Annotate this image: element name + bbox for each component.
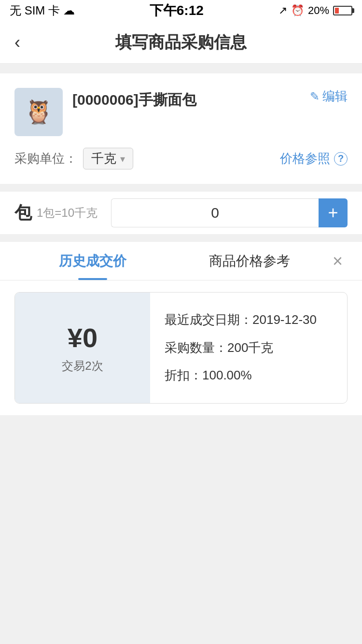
unit-value: 千克 [91,150,116,167]
status-bar: 无 SIM 卡 ☁ 下午6:12 ↗ ⏰ 20% [0,0,362,21]
quantity-unit-desc: 1包=10千克 [37,205,97,221]
recent-date-label: 最近成交日期： [165,312,252,327]
status-left: 无 SIM 卡 ☁ [10,3,75,18]
section-separator [0,184,362,192]
discount-label: 折扣： [165,368,202,382]
chevron-down-icon: ▾ [120,153,125,165]
nav-bar: ‹ 填写商品采购信息 [0,21,362,64]
discount-row: 折扣：100.00% [165,365,333,386]
product-logo-icon: 🦉 [24,98,53,126]
tab-close-button[interactable]: × [328,251,348,271]
purchase-qty-row: 采购数量：200千克 [165,338,333,358]
back-button[interactable]: ‹ [14,28,25,57]
purchase-qty-value: 200千克 [227,340,273,355]
tab-price-ref-label: 商品价格参考 [209,252,290,270]
price-card-left: ¥0 交易2次 [15,293,150,403]
page-title: 填写商品采购信息 [115,31,247,54]
currency-symbol: ¥ [68,322,83,353]
tab-price-ref[interactable]: 商品价格参考 [171,242,327,280]
quantity-unit-char: 包 [14,201,32,225]
unit-select[interactable]: 千克 ▾ [83,148,133,169]
status-time: 下午6:12 [150,1,204,20]
alarm-icon: ⏰ [291,4,304,17]
price-amount: ¥0 [68,322,97,353]
price-card-right: 最近成交日期：2019-12-30 采购数量：200千克 折扣：100.00% [150,293,347,403]
tab-history-price-label: 历史成交价 [59,252,126,270]
product-card: 🦉 [0000006]手撕面包 ✎ 编辑 采购单位： 千克 ▾ 价格参照 ? [0,73,362,184]
price-card-wrap: ¥0 交易2次 最近成交日期：2019-12-30 采购数量：200千克 折扣：… [0,280,362,415]
price-card: ¥0 交易2次 最近成交日期：2019-12-30 采购数量：200千克 折扣：… [14,292,348,404]
recent-date-row: 最近成交日期：2019-12-30 [165,310,333,330]
status-right: ↗ ⏰ 20% [278,4,352,17]
help-circle-icon: ? [334,152,348,166]
tab-bar: 历史成交价 商品价格参考 × [0,242,362,280]
price-ref-label: 价格参照 [280,150,330,167]
recent-date-value: 2019-12-30 [252,312,317,327]
discount-value: 100.00% [202,368,252,382]
edit-label: 编辑 [322,88,348,105]
product-thumbnail: 🦉 [14,88,63,136]
quantity-plus-button[interactable]: + [319,198,348,227]
unit-prefix-label: 采购单位： [14,150,77,167]
price-ref-button[interactable]: 价格参照 ? [280,150,348,167]
edit-icon: ✎ [310,90,320,103]
tab-history-price[interactable]: 历史成交价 [14,242,171,280]
price-value: 0 [83,322,97,353]
quantity-input[interactable]: 0 [111,198,319,227]
quantity-row: 包 1包=10千克 0 + [0,192,362,234]
location-icon: ↗ [278,4,287,17]
edit-button[interactable]: ✎ 编辑 [310,88,348,105]
no-sim-label: 无 SIM 卡 ☁ [10,3,75,18]
purchase-qty-label: 采购数量： [165,340,227,355]
product-name: [0000006]手撕面包 [72,88,196,110]
tab-section: 历史成交价 商品价格参考 × ¥0 交易2次 最近成交日期：2019-12-30… [0,242,362,415]
battery-icon [333,6,352,15]
price-txn-count: 交易2次 [62,358,103,374]
battery-percent: 20% [308,4,329,17]
